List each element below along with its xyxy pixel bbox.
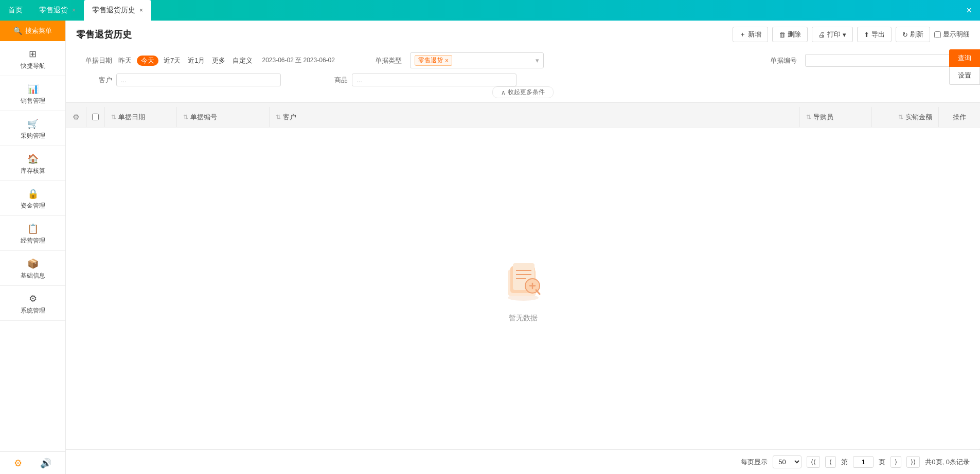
th-customer[interactable]: ⇅ 客户 xyxy=(270,107,800,127)
sidebar-item-inventory[interactable]: 🏠 库存核算 xyxy=(0,146,65,181)
sidebar-item-system-mgmt-label: 系统管理 xyxy=(21,306,45,315)
gear-icon: ⚙ xyxy=(73,113,79,122)
sidebar-item-finance-label: 资金管理 xyxy=(21,202,45,210)
tab-retail-return-history-label: 零售退货历史 xyxy=(92,6,135,15)
tab-retail-return-close[interactable]: × xyxy=(72,7,76,14)
sidebar-item-operations-label: 经营管理 xyxy=(21,236,45,245)
sales-mgmt-icon: 📊 xyxy=(27,83,39,95)
collapse-label: 收起更多条件 xyxy=(508,88,545,97)
last-page-button[interactable]: ⟩⟩ xyxy=(906,456,920,468)
goods-select[interactable]: ... xyxy=(352,74,516,86)
bill-no-input[interactable] xyxy=(805,54,970,67)
show-detail-checkbox[interactable] xyxy=(934,31,941,38)
refresh-button[interactable]: ↻ 刷新 xyxy=(896,27,930,42)
th-guide[interactable]: ⇅ 导购员 xyxy=(800,107,872,127)
tab-retail-return-history-close[interactable]: × xyxy=(139,7,143,14)
tab-retail-return-history[interactable]: 零售退货历史 × xyxy=(84,0,151,21)
sidebar-bottom: ⚙ 🔊 xyxy=(0,451,65,474)
setting-button[interactable]: 设置 xyxy=(949,67,980,85)
volume-bottom-icon[interactable]: 🔊 xyxy=(40,458,51,469)
bill-type-filter-label: 单据类型 xyxy=(366,56,402,65)
date-opt-more[interactable]: 更多 xyxy=(210,56,227,66)
customer-select[interactable]: ... xyxy=(116,74,281,86)
sidebar-item-finance[interactable]: 🔒 资金管理 xyxy=(0,181,65,216)
goods-dots: ... xyxy=(357,76,362,84)
inventory-icon: 🏠 xyxy=(27,153,39,165)
tab-home[interactable]: 首页 xyxy=(0,0,31,21)
refresh-icon: ↻ xyxy=(902,31,908,39)
collapse-button[interactable]: ∧ 收起更多条件 xyxy=(492,86,554,98)
sidebar-nav: ⊞ 快捷导航 📊 销售管理 🛒 采购管理 🏠 库存核算 🔒 资金管理 📋 xyxy=(0,41,65,451)
bill-no-filter-label: 单据编号 xyxy=(761,56,797,65)
window-close-button[interactable]: × xyxy=(958,5,980,16)
refresh-label: 刷新 xyxy=(910,30,923,39)
header-actions: ＋ 新增 🗑 删除 🖨 打印 ▾ ⬆ 导出 xyxy=(733,27,970,42)
tab-list: 首页 零售退货 × 零售退货历史 × xyxy=(0,0,958,21)
show-detail-label: 显示明细 xyxy=(943,30,970,39)
export-button[interactable]: ⬆ 导出 xyxy=(857,27,892,42)
th-amount[interactable]: ⇅ 实销金额 xyxy=(872,107,939,127)
bill-type-tag-close[interactable]: × xyxy=(445,57,449,64)
th-action: 操作 xyxy=(939,107,980,127)
date-opt-1month[interactable]: 近1月 xyxy=(186,56,207,66)
export-icon: ⬆ xyxy=(864,31,869,39)
sidebar-item-purchase-mgmt[interactable]: 🛒 采购管理 xyxy=(0,111,65,146)
sort-guide-icon: ⇅ xyxy=(806,114,811,121)
new-label: 新增 xyxy=(748,30,761,39)
print-button[interactable]: 🖨 打印 ▾ xyxy=(812,27,853,42)
print-chevron-icon: ▾ xyxy=(843,31,846,39)
th-amount-label: 实销金额 xyxy=(905,113,932,122)
new-button[interactable]: ＋ 新增 xyxy=(733,27,768,42)
first-page-button[interactable]: ⟨⟨ xyxy=(807,456,820,468)
sidebar-item-quick-nav-label: 快捷导航 xyxy=(21,62,45,70)
date-options: 昨天 今天 近7天 近1月 更多 自定义 2023-06-02 至 2023-0… xyxy=(116,56,335,66)
tab-home-label: 首页 xyxy=(8,6,23,15)
date-filter-label: 单据日期 xyxy=(76,56,112,65)
sidebar-item-system-mgmt[interactable]: ⚙ 系统管理 xyxy=(0,286,65,321)
sidebar-item-sales-mgmt[interactable]: 📊 销售管理 xyxy=(0,76,65,111)
sidebar-item-operations[interactable]: 📋 经营管理 xyxy=(0,216,65,251)
empty-icon xyxy=(497,254,549,305)
show-detail-checkbox-label[interactable]: 显示明细 xyxy=(934,30,970,39)
finance-icon: 🔒 xyxy=(27,188,39,199)
date-opt-yesterday[interactable]: 昨天 xyxy=(116,56,134,66)
sidebar-search[interactable]: 🔍 搜索菜单 xyxy=(0,21,65,41)
tab-retail-return-label: 零售退货 xyxy=(39,6,68,15)
sort-date-icon: ⇅ xyxy=(111,114,116,121)
page-number-input[interactable] xyxy=(853,456,874,468)
th-bill-no[interactable]: ⇅ 单据编号 xyxy=(177,107,270,127)
system-mgmt-icon: ⚙ xyxy=(27,293,39,304)
sidebar-item-basic-info[interactable]: 📦 基础信息 xyxy=(0,251,65,286)
th-checkbox[interactable] xyxy=(86,107,105,127)
query-button[interactable]: 查询 xyxy=(949,49,980,67)
sidebar-item-purchase-mgmt-label: 采购管理 xyxy=(21,132,45,140)
date-opt-7days[interactable]: 近7天 xyxy=(162,56,183,66)
page-label: 页 xyxy=(879,458,885,467)
sidebar-item-inventory-label: 库存核算 xyxy=(21,167,45,175)
select-all-checkbox[interactable] xyxy=(92,114,99,120)
per-page-label: 每页显示 xyxy=(741,458,768,467)
bill-type-chevron-icon: ▾ xyxy=(536,57,539,64)
bill-type-select[interactable]: 零售退货 × ▾ xyxy=(410,52,544,68)
th-gear[interactable]: ⚙ xyxy=(66,107,86,127)
bill-type-tag: 零售退货 × xyxy=(415,55,452,66)
print-icon: 🖨 xyxy=(818,31,825,39)
per-page-select[interactable]: 10 20 50 100 xyxy=(773,455,801,468)
th-date[interactable]: ⇅ 单据日期 xyxy=(105,107,177,127)
th-guide-label: 导购员 xyxy=(813,113,833,122)
main-layout: 🔍 搜索菜单 ⊞ 快捷导航 📊 销售管理 🛒 采购管理 🏠 库存核算 🔒 xyxy=(0,21,980,474)
customer-filter-label: 客户 xyxy=(76,76,112,85)
delete-button[interactable]: 🗑 删除 xyxy=(772,27,808,42)
tab-retail-return[interactable]: 零售退货 × xyxy=(31,0,84,21)
date-range-display: 2023-06-02 至 2023-06-02 xyxy=(262,56,334,65)
query-label: 查询 xyxy=(958,54,971,62)
date-opt-custom[interactable]: 自定义 xyxy=(230,56,255,66)
sidebar-item-quick-nav[interactable]: ⊞ 快捷导航 xyxy=(0,41,65,76)
content-area: 零售退货历史 ＋ 新增 🗑 删除 🖨 打印 ▾ xyxy=(66,21,980,474)
settings-bottom-icon[interactable]: ⚙ xyxy=(14,458,22,469)
date-opt-today[interactable]: 今天 xyxy=(137,56,158,66)
empty-state: 暂无数据 xyxy=(66,127,980,449)
next-page-button[interactable]: ⟩ xyxy=(890,456,901,468)
page-header: 零售退货历史 ＋ 新增 🗑 删除 🖨 打印 ▾ xyxy=(66,21,980,103)
prev-page-button[interactable]: ⟨ xyxy=(825,456,836,468)
